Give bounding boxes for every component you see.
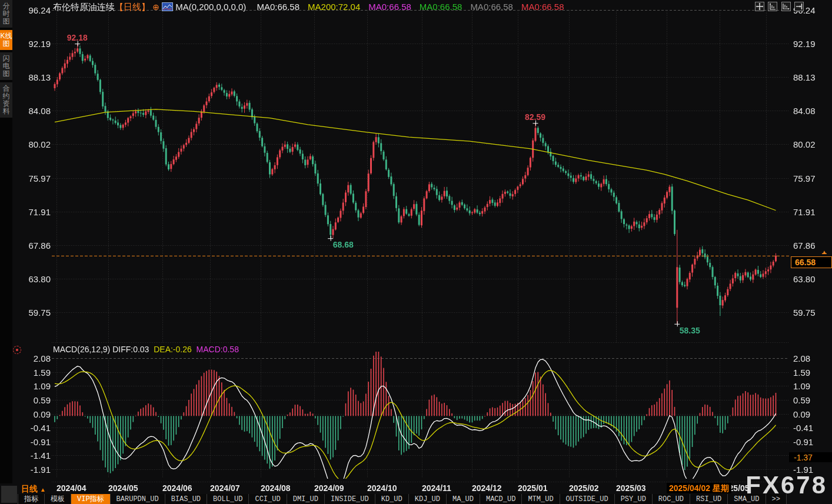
xaxis-month-label: 2025/02 bbox=[569, 483, 599, 493]
axis-label: -1.91 bbox=[14, 465, 51, 475]
axis-label: 96.24 bbox=[14, 5, 51, 15]
xaxis-month-label: 2024/06 bbox=[162, 483, 192, 493]
axis-label: 2.08 bbox=[793, 353, 830, 363]
xaxis-month-label: 2025/03 bbox=[616, 483, 646, 493]
axis-label: -0.91 bbox=[793, 437, 830, 447]
toolbar-item-psy-ud[interactable]: PSY_UD bbox=[615, 494, 653, 504]
axis-label: 0.59 bbox=[14, 395, 51, 405]
up-arrow-icon: ▲ bbox=[40, 486, 46, 493]
axis-label: 2.08 bbox=[14, 353, 51, 363]
toolbar-item-kdj-ud[interactable]: KDJ_UD bbox=[409, 494, 447, 504]
instrument-title: 布伦特原油连续 bbox=[53, 2, 115, 12]
extreme-price-label: 82.59 bbox=[525, 112, 545, 122]
xaxis-month-label: 2024/04 bbox=[56, 483, 86, 493]
toolbar-item--[interactable]: 指标 bbox=[18, 494, 45, 504]
axis-label: 71.91 bbox=[14, 207, 51, 217]
toolbar-item-macd-ud[interactable]: MACD_UD bbox=[480, 494, 522, 504]
axis-label: 92.19 bbox=[793, 39, 830, 49]
pan-crosshair-button[interactable] bbox=[755, 2, 764, 11]
sidebar-tab-1[interactable]: K线图 bbox=[0, 30, 12, 50]
axis-label: -1.41 bbox=[14, 450, 51, 460]
ma-value: MA0:66.58 bbox=[368, 2, 411, 12]
toolbar-item-cci-ud[interactable]: CCI_UD bbox=[249, 494, 287, 504]
macd-diff-value: DIFF:0.03 bbox=[112, 345, 149, 354]
mini-chart-icon[interactable] bbox=[162, 2, 173, 11]
toolbar-item-mtm-ud[interactable]: MTM_UD bbox=[522, 494, 560, 504]
extreme-price-label: 58.35 bbox=[680, 326, 700, 335]
xaxis-month-label: 2024/05 bbox=[108, 483, 138, 493]
toolbar-item--[interactable]: 模板 bbox=[45, 494, 71, 504]
macd-dea-value: DEA:-0.26 bbox=[154, 345, 192, 354]
axis-label: 92.19 bbox=[14, 39, 51, 49]
toolbar-item-outside-ud[interactable]: OUTSIDE_UD bbox=[560, 494, 615, 504]
corner-button[interactable] bbox=[1, 486, 17, 503]
period-tag: 【日线】 bbox=[115, 2, 150, 12]
toolbar-item-kd-ud[interactable]: KD_UD bbox=[375, 494, 409, 504]
macd-header: MACD(26,12,9) DIFF:0.03 DEA:-0.26 MACD:0… bbox=[53, 345, 239, 354]
toolbar-item-barupdn-ud[interactable]: BARUPDN_UD bbox=[111, 494, 165, 504]
axis-label: 75.97 bbox=[793, 173, 830, 183]
axis-label: -0.91 bbox=[14, 437, 51, 447]
axis-label: 59.75 bbox=[14, 308, 51, 318]
ma-formula: MA(0,200,0,0,0,0) bbox=[175, 2, 246, 12]
axis-label: 88.13 bbox=[793, 72, 830, 82]
axis-label: 63.80 bbox=[793, 274, 830, 284]
chart-toolbuttons bbox=[754, 2, 804, 13]
fit-y-axis-button[interactable] bbox=[768, 2, 777, 11]
sidebar-tab-2[interactable]: 闪电图 bbox=[0, 52, 12, 80]
axis-label: 1.59 bbox=[14, 368, 51, 378]
ma-value: MA0:66.58 bbox=[420, 2, 462, 12]
axis-label: -0.41 bbox=[14, 423, 51, 433]
axis-label: 84.08 bbox=[793, 106, 830, 116]
macd-formula: MACD(26,12,9) bbox=[53, 345, 110, 354]
price-flag-icon[interactable]: ▲▔ bbox=[821, 250, 827, 259]
xaxis-month-label: 2024/11 bbox=[422, 483, 451, 493]
toolbar-item-rsi-ud[interactable]: RSI_UD bbox=[690, 494, 728, 504]
indicator-settings-icon[interactable] bbox=[13, 346, 21, 354]
left-sidebar: 分时图K线图闪电图合约资料 bbox=[0, 0, 12, 483]
period-selector-label: 日线 bbox=[21, 484, 38, 493]
xaxis-month-label: 2024/10 bbox=[367, 483, 397, 493]
axis-label: 63.80 bbox=[14, 274, 51, 284]
macd-macd-value: MACD:0.58 bbox=[197, 345, 239, 354]
crosshair-date-tag: 2025/04/02 星期三 bbox=[667, 483, 731, 493]
fit-x-axis-button[interactable] bbox=[781, 2, 791, 11]
axis-label: 84.08 bbox=[14, 106, 51, 116]
xaxis-month-label: 2025/01 bbox=[518, 483, 548, 493]
axis-label: 0.59 bbox=[793, 395, 830, 405]
circle-plus-icon[interactable]: ⊕ bbox=[152, 2, 159, 12]
sidebar-tab-3[interactable]: 合约资料 bbox=[0, 82, 12, 118]
toolbar-item-ma-ud[interactable]: MA_UD bbox=[447, 494, 480, 504]
axis-label: 80.02 bbox=[14, 139, 51, 149]
axis-label: -0.41 bbox=[793, 423, 830, 433]
axis-label: 1.59 bbox=[793, 368, 830, 378]
macd-crosshair-value-tag: -1.37 bbox=[789, 452, 832, 462]
axis-label: 1.09 bbox=[793, 381, 830, 391]
ma-value: MA200:72.04 bbox=[308, 2, 360, 12]
toolbar-item-boll-ud[interactable]: BOLL_UD bbox=[207, 494, 249, 504]
period-selector[interactable]: 日线 ▲ bbox=[21, 484, 46, 495]
toolbar-item-roc-ud[interactable]: ROC_UD bbox=[653, 494, 690, 504]
axis-label: 80.02 bbox=[793, 139, 830, 149]
toolbar-item-vip-[interactable]: VIP指标 bbox=[71, 494, 111, 504]
axis-label: 59.75 bbox=[793, 308, 830, 318]
xaxis-month-label: 2024/12 bbox=[472, 483, 502, 493]
axis-label: 75.97 bbox=[14, 173, 51, 183]
axis-label: 88.13 bbox=[14, 72, 51, 82]
toolbar-item-dmi-ud[interactable]: DMI_UD bbox=[287, 494, 325, 504]
ma-values: MA0:66.58MA200:72.04MA0:66.58MA0:66.58MA… bbox=[249, 2, 564, 12]
toolbar-item--[interactable]: >> bbox=[766, 494, 787, 504]
sidebar-tab-0[interactable]: 分时图 bbox=[0, 0, 12, 28]
ma-value: MA0:66.58 bbox=[470, 2, 513, 12]
toolbar-item-bias-ud[interactable]: BIAS_UD bbox=[165, 494, 207, 504]
goto-latest-button[interactable] bbox=[794, 2, 804, 11]
ma-value: MA0:66.58 bbox=[257, 2, 300, 12]
price-chart-canvas[interactable] bbox=[0, 0, 832, 504]
toolbar-item-sma-ud[interactable]: SMA_UD bbox=[728, 494, 766, 504]
chart-title-row: 布伦特原油连续【日线】 ⊕ MA(0,200,0,0,0,0) MA0:66.5… bbox=[53, 2, 564, 13]
xaxis-month-label: 2024/08 bbox=[261, 483, 291, 493]
extreme-price-label: 92.18 bbox=[67, 33, 88, 42]
toolbar-item-inside-ud[interactable]: INSIDE_UD bbox=[325, 494, 375, 504]
axis-label: -1.91 bbox=[793, 465, 830, 475]
xaxis-month-label: 2024/07 bbox=[210, 483, 240, 493]
